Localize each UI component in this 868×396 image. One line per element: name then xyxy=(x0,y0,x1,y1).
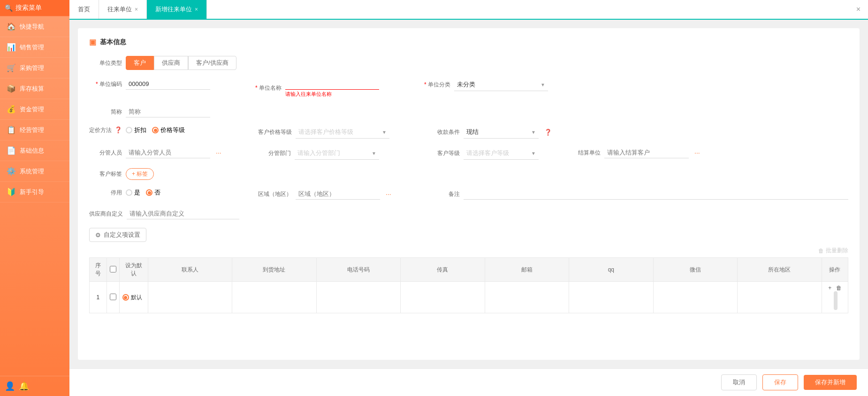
user-icon[interactable]: 👤 xyxy=(5,381,15,391)
row-address-input[interactable] xyxy=(235,294,313,301)
sidebar-item-guide[interactable]: 🔰 新手引导 xyxy=(0,182,69,202)
unit-category-select[interactable]: 未分类 ▼ xyxy=(454,78,548,91)
save-button[interactable]: 保存 xyxy=(762,374,798,390)
row-checkbox-cell xyxy=(107,282,119,313)
row-wechat-input[interactable] xyxy=(656,294,735,301)
short-name-row: 简称 xyxy=(89,106,848,117)
sidebar-item-label: 库存核算 xyxy=(20,85,44,93)
payment-help-icon[interactable]: ❓ xyxy=(544,129,552,136)
supplier-custom-input[interactable] xyxy=(127,208,239,219)
manager-input[interactable] xyxy=(126,147,210,158)
radio-discount-label: 折扣 xyxy=(134,126,146,134)
batch-delete[interactable]: 🗑 批量删除 xyxy=(89,247,848,255)
row-qq-cell xyxy=(569,282,654,313)
tags-label: 客户标签 xyxy=(89,170,122,178)
radio-yes[interactable]: 是 xyxy=(126,188,140,197)
customer-level-select[interactable]: 请选择客户等级 ▼ xyxy=(464,147,539,160)
sidebar-item-label: 快捷导航 xyxy=(20,23,44,31)
finance-icon: 💰 xyxy=(7,105,16,114)
unit-btn-customer[interactable]: 客户 xyxy=(126,56,154,70)
sidebar-item-quick-nav[interactable]: 🏠 快捷导航 xyxy=(0,16,69,37)
col-contact: 联系人 xyxy=(148,258,232,282)
tab-home[interactable]: 首页 xyxy=(69,0,99,19)
payment-terms-select[interactable]: 现结 ▼ xyxy=(464,126,539,139)
dept-select[interactable]: 请输入分管部门 ▼ xyxy=(295,147,379,160)
tab-counterparty-close[interactable]: × xyxy=(135,6,138,13)
unit-name-input[interactable] xyxy=(285,78,379,90)
row-email-input[interactable] xyxy=(488,294,566,301)
chevron-down-icon3: ▼ xyxy=(531,130,536,135)
pricing-method-label: 定价方法 ❓ xyxy=(89,126,122,134)
tab-new-counterparty-close[interactable]: × xyxy=(195,6,198,13)
footer-bar: 取消 保存 保存并新增 xyxy=(69,368,868,396)
row-qq-input[interactable] xyxy=(572,294,650,301)
row-fax-input[interactable] xyxy=(404,294,482,301)
disabled-field: 停用 是 否 xyxy=(89,188,258,197)
sidebar-item-sales[interactable]: 📊 销售管理 xyxy=(0,37,69,58)
radio-price-level[interactable]: 价格等级 xyxy=(152,126,185,134)
sidebar-item-inventory[interactable]: 📦 库存核算 xyxy=(0,78,69,99)
sidebar-item-system[interactable]: ⚙️ 系统管理 xyxy=(0,161,69,182)
tab-counterparty[interactable]: 往来单位 × xyxy=(99,0,147,19)
pricing-row: 定价方法 ❓ 折扣 价格等级 xyxy=(89,126,848,139)
custom-settings-btn[interactable]: ⚙ 自定义项设置 xyxy=(89,228,146,242)
delete-row-btn[interactable]: 🗑 xyxy=(836,285,842,291)
unit-name-error: 请输入往来单位名称 xyxy=(285,91,379,98)
unit-code-input[interactable] xyxy=(126,78,210,90)
add-row-btn[interactable]: + xyxy=(828,285,831,291)
region-input[interactable] xyxy=(296,188,380,200)
unit-type-buttons: 客户 供应商 客户/供应商 xyxy=(126,56,236,70)
tags-row: 客户标签 + 标签 xyxy=(89,168,848,180)
sidebar-item-basic-info[interactable]: 📄 基础信息 xyxy=(0,140,69,161)
customer-level-placeholder: 请选择客户等级 xyxy=(466,149,529,157)
row-phone-input[interactable] xyxy=(320,294,398,301)
settlement-unit-input[interactable] xyxy=(604,147,689,158)
save-new-button[interactable]: 保存并新增 xyxy=(804,375,857,390)
radio-price-level-label: 价格等级 xyxy=(160,126,185,134)
unit-btn-supplier[interactable]: 供应商 xyxy=(154,56,188,70)
sidebar: 🔍 搜索菜单 🏠 快捷导航 📊 销售管理 🛒 采购管理 📦 库存核算 💰 资金管… xyxy=(0,0,69,396)
add-tag-btn[interactable]: + 标签 xyxy=(126,168,154,180)
tab-new-counterparty-label: 新增往来单位 xyxy=(155,5,192,14)
radio-discount[interactable]: 折扣 xyxy=(126,126,146,134)
row-region-input[interactable] xyxy=(740,294,819,301)
region-label: 区域（地区） xyxy=(258,190,292,198)
radio-price-level-outer xyxy=(152,127,159,133)
purchase-icon: 🛒 xyxy=(7,63,16,72)
unit-btn-both[interactable]: 客户/供应商 xyxy=(188,56,236,70)
row-default-radio[interactable]: 默认 xyxy=(122,294,145,302)
close-all-tabs[interactable]: × xyxy=(849,5,868,14)
manager-more-btn[interactable]: ··· xyxy=(214,149,223,156)
manager-row: 分管人员 ··· 分管部门 请输入分管部门 ▼ 客户等级 请选择客户等级 xyxy=(89,147,848,160)
remarks-input[interactable] xyxy=(464,188,848,200)
radio-no[interactable]: 否 xyxy=(146,188,160,197)
settlement-more-btn[interactable]: ··· xyxy=(693,149,702,156)
sidebar-item-label: 基础信息 xyxy=(20,147,44,155)
customer-level-field: 客户等级 请选择客户等级 ▼ xyxy=(427,147,568,160)
row-checkbox[interactable] xyxy=(110,294,116,300)
row-contact-input[interactable] xyxy=(151,294,229,301)
cancel-button[interactable]: 取消 xyxy=(721,374,757,390)
row-action-cell: + 🗑 xyxy=(822,282,848,313)
short-name-input[interactable] xyxy=(126,106,210,117)
search-icon: 🔍 xyxy=(5,4,13,12)
search-menu[interactable]: 🔍 搜索菜单 xyxy=(0,0,69,16)
customer-price-level-select[interactable]: 请选择客户价格等级 ▼ xyxy=(296,126,389,139)
payment-terms-value: 现结 xyxy=(466,128,529,136)
chevron-down-icon5: ▼ xyxy=(531,151,536,156)
notification-icon[interactable]: 🔔 xyxy=(19,381,29,391)
chevron-down-icon4: ▼ xyxy=(372,151,376,156)
row-email-cell xyxy=(485,282,569,313)
table-row: 1 默认 xyxy=(90,282,848,313)
sidebar-item-operations[interactable]: 📋 经营管理 xyxy=(0,120,69,140)
select-all-checkbox[interactable] xyxy=(110,266,116,272)
region-more-btn[interactable]: ··· xyxy=(384,190,393,198)
pricing-help-icon[interactable]: ❓ xyxy=(114,126,122,133)
sidebar-item-label: 经营管理 xyxy=(20,126,44,134)
sidebar-item-purchase[interactable]: 🛒 采购管理 xyxy=(0,58,69,78)
disabled-label: 停用 xyxy=(89,189,122,197)
radio-discount-outer xyxy=(126,127,132,133)
tab-new-counterparty[interactable]: 新增往来单位 × xyxy=(147,0,207,19)
sidebar-item-finance[interactable]: 💰 资金管理 xyxy=(0,99,69,120)
sidebar-bottom: 👤 🔔 xyxy=(0,376,69,396)
